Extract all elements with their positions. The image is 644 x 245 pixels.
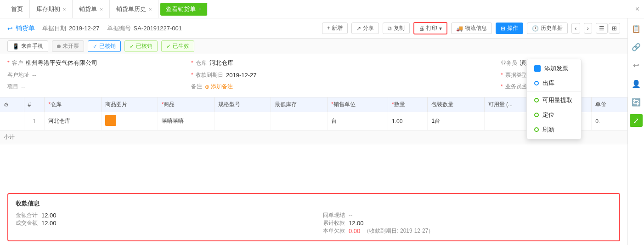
history-button[interactable]: 🕐 历史单据 — [527, 23, 568, 34]
project-label: 项目 — [7, 83, 18, 91]
refresh-icon — [534, 127, 539, 132]
tab-history-close[interactable]: × — [149, 6, 152, 12]
tab-view-sales-close[interactable]: × — [198, 6, 201, 12]
customer-field: * 客户 柳州粤港平安气体有限公司 — [7, 59, 164, 67]
th-product: *商品 — [158, 97, 214, 112]
date-value: 2019-12-27 — [69, 25, 100, 32]
tab-home[interactable]: 首页 — [5, 0, 30, 18]
th-product-img: 商品图片 — [101, 97, 158, 112]
th-unit: *销售单位 — [327, 97, 388, 112]
project-value: -- — [21, 83, 25, 90]
print-dropdown-arrow: ▾ — [439, 25, 442, 32]
tab-sales-label: 销货单 — [79, 5, 97, 13]
view-list-button[interactable]: ☰ — [596, 23, 608, 34]
not-open-badge: 未开票 — [52, 40, 84, 52]
sidebar-icon-return[interactable]: ↩ — [630, 59, 643, 72]
logistics-button[interactable]: 🚚 物流信息 — [451, 23, 492, 34]
th-qty: *数量 — [388, 97, 428, 112]
same-settle-value: -- — [349, 212, 353, 219]
total-received-row: 累计收款 12.00 — [323, 219, 612, 227]
address-field: 客户地址 -- — [7, 71, 164, 79]
copy-label: 复制 — [394, 24, 405, 32]
from-phone-button[interactable]: 📱 来自手机 — [7, 40, 48, 52]
print-label: 打印 — [426, 24, 437, 32]
td-settings — [0, 112, 24, 131]
project-field: 项目 -- — [7, 83, 164, 91]
from-phone-label: 来自手机 — [21, 42, 43, 50]
sidebar-icon-user[interactable]: 👤 — [630, 77, 643, 90]
print-button[interactable]: 🖨 打印 ▾ — [413, 22, 447, 34]
copy-button[interactable]: ⧉ 复制 — [383, 23, 410, 34]
operate-button[interactable]: ⊞ 操作 — [496, 23, 523, 34]
outstanding-label: 本单欠款 — [323, 227, 345, 235]
dropdown-refresh[interactable]: 刷新 — [527, 122, 581, 137]
sidebar-icon-sync[interactable]: 🔄 — [630, 96, 643, 108]
dropdown-outbound[interactable]: 出库 — [527, 76, 581, 91]
td-spec — [214, 112, 271, 131]
history-label: 历史单据 — [541, 24, 563, 32]
payment-date-field: * 收款到期日 2019-12-27 — [191, 71, 347, 79]
dropdown-add-invoice[interactable]: 添加发票 — [527, 61, 581, 76]
add-note-label: 添加备注 — [211, 83, 233, 91]
tab-history[interactable]: 销货单历史 × — [110, 0, 158, 18]
share-button[interactable]: ↗ 分享 — [351, 23, 379, 34]
share-icon: ↗ — [356, 25, 361, 32]
warehouse-field: * 仓库 河北仓库 — [191, 59, 347, 67]
th-num: # — [24, 97, 45, 112]
th-min-stock: 最低库存 — [271, 97, 327, 112]
dropdown-available-qty[interactable]: 可用量提取 — [527, 93, 581, 108]
same-settle-label: 同单现结 — [323, 211, 345, 219]
deal-amount-row: 成交金额 12.00 — [16, 219, 305, 227]
td-unit-price: 0. — [592, 112, 627, 131]
dropdown-locate[interactable]: 定位 — [527, 108, 581, 122]
tab-home-label: 首页 — [11, 5, 23, 13]
tab-inventory[interactable]: 库存期初 × — [30, 0, 73, 18]
summary-section: 收款信息 金额合计 12.00 成交金额 12.00 同单现结 -- — [7, 193, 620, 241]
sidebar-icon-link[interactable]: 🔗 — [630, 40, 643, 53]
sidebar-icon-expand[interactable]: ⤢ — [630, 114, 643, 127]
check-green-icon: ✓ — [130, 43, 134, 50]
doc-icon: ↩ — [7, 25, 13, 32]
add-note-button[interactable]: ⊕ 添加备注 — [205, 83, 233, 91]
tab-view-sales[interactable]: 查看销货单 × — [160, 3, 207, 16]
payment-date-value: 2019-12-27 — [226, 72, 257, 79]
available-qty-icon — [534, 98, 539, 103]
summary-title: 收款信息 — [16, 199, 612, 208]
confirm-label: 已核销 — [99, 42, 116, 50]
summary-col-right: 同单现结 -- 累计收款 12.00 本单欠款 0.00 （收款到期日: 201… — [323, 211, 612, 235]
doc-header: ↩ 销货单 单据日期 2019-12-27 单据编号 SA-20191227-0… — [0, 18, 627, 39]
add-invoice-label: 添加发票 — [544, 64, 568, 73]
available-qty-label: 可用量提取 — [542, 96, 572, 104]
prev-button[interactable]: ‹ — [571, 23, 580, 34]
payment-required-star: * — [191, 72, 193, 78]
tab-history-label: 销货单历史 — [116, 5, 146, 13]
td-pack-qty: 1台 — [428, 112, 484, 131]
note-label: 备注 — [191, 83, 202, 91]
tab-sales-close[interactable]: × — [100, 6, 102, 12]
th-settings[interactable]: ⚙ — [0, 97, 24, 112]
view-grid-button[interactable]: ⊞ — [609, 23, 620, 34]
th-warehouse: *仓库 — [45, 97, 101, 112]
amount-total-row: 金额合计 12.00 — [16, 211, 305, 219]
not-open-label: 未开票 — [62, 42, 79, 50]
sold-label: 已核销 — [136, 42, 153, 50]
tab-inventory-close[interactable]: × — [63, 6, 66, 12]
new-button[interactable]: + 新增 — [322, 23, 348, 34]
outstanding-hint: （收款到期日: 2019-12-27） — [364, 227, 434, 235]
sidebar-icon-clipboard[interactable]: 📋 — [630, 22, 643, 35]
share-label: 分享 — [363, 24, 374, 32]
right-sidebar: 📋 🔗 ↩ 👤 🔄 ⤢ — [627, 18, 644, 245]
staff-label: 业务员 — [501, 59, 517, 67]
confirm-button[interactable]: ✓ 已核销 — [88, 40, 121, 52]
doc-title-label: 销货单 — [16, 24, 35, 33]
main-close-icon[interactable]: × — [635, 5, 639, 13]
warehouse-value: 河北仓库 — [209, 59, 233, 67]
th-unit-price: 单价 — [592, 97, 627, 112]
date-label: 单据日期 — [42, 24, 66, 33]
tab-sales[interactable]: 销货单 × — [73, 0, 109, 18]
same-settle-row: 同单现结 -- — [323, 211, 612, 219]
product-image — [105, 115, 116, 126]
outbound-label: 出库 — [542, 79, 554, 87]
next-button[interactable]: › — [584, 23, 592, 34]
tab-view-sales-label: 查看销货单 — [166, 5, 196, 13]
